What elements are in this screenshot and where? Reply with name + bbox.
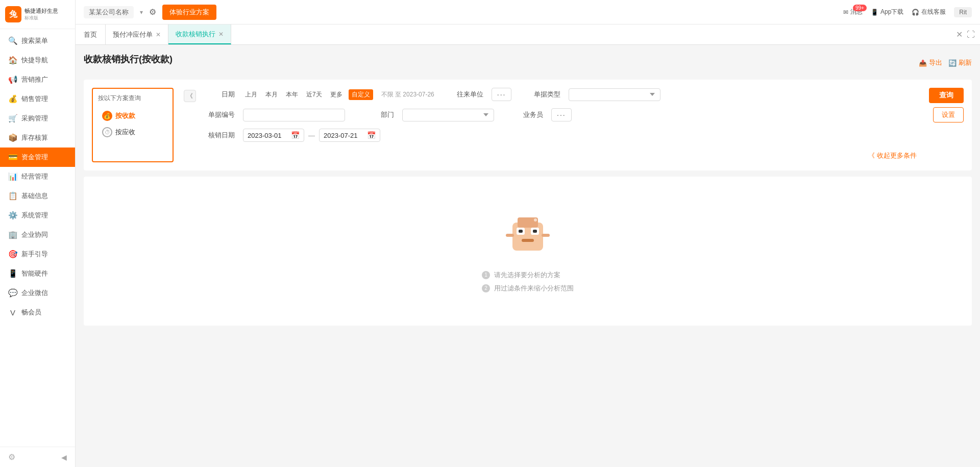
inventory-icon: 📦	[8, 133, 17, 142]
date-this-month[interactable]: 本月	[263, 89, 280, 100]
doc-type-select[interactable]	[569, 88, 660, 101]
sidebar: 兔 畅捷通好生意 标准版 🔍 搜索菜单 🏠 快捷导航 📢 营销推广 💰 销售管理…	[0, 0, 76, 467]
online-service-button[interactable]: 🎧 在线客服	[912, 8, 946, 16]
sidebar-item-label: 系统管理	[21, 211, 48, 220]
settings-icon[interactable]: ⚙	[8, 452, 15, 462]
tip-num-1: 1	[482, 271, 490, 279]
query-button[interactable]: 查询	[929, 88, 964, 103]
tab-receipt[interactable]: 收款核销执行 ✕	[168, 24, 231, 44]
empty-tips: 1 请先选择要分析的方案 2 用过滤条件来缩小分析范围	[482, 268, 574, 295]
calendar-start-icon: 📅	[291, 131, 300, 139]
sidebar-item-label: 营销推广	[21, 75, 48, 84]
doc-type-label: 单据类型	[530, 90, 560, 99]
empty-state: 1 请先选择要分析的方案 2 用过滤条件来缩小分析范围	[84, 177, 972, 326]
tab-prepay-close-icon[interactable]: ✕	[156, 31, 161, 38]
sidebar-item-purchase[interactable]: 🛒 采购管理	[0, 109, 75, 128]
verify-date-label: 核销日期	[204, 131, 235, 140]
date-last-month[interactable]: 上月	[243, 89, 259, 100]
export-button[interactable]: 📤 导出	[919, 58, 942, 67]
sidebar-item-inventory[interactable]: 📦 库存核算	[0, 128, 75, 148]
message-button[interactable]: ✉ 消息 99+	[843, 8, 863, 16]
user-avatar[interactable]: Rit	[954, 7, 972, 17]
filter-option-label: 按收款	[115, 111, 135, 120]
tab-receipt-label: 收款核销执行	[176, 30, 215, 39]
date-custom[interactable]: 自定义	[349, 89, 373, 100]
filter-option-by-receipt[interactable]: 💰 按收款	[98, 108, 167, 124]
by-receivable-icon: ⏱	[102, 127, 112, 137]
verify-date-end-input[interactable]: 2023-07-21 📅	[319, 129, 380, 142]
filter-option-label: 按应收	[115, 128, 135, 137]
sidebar-nav: 🔍 搜索菜单 🏠 快捷导航 📢 营销推广 💰 销售管理 🛒 采购管理 📦 库存核…	[0, 29, 75, 447]
date-last-7-days[interactable]: 近7天	[304, 89, 324, 100]
tab-prepay[interactable]: 预付冲应付单 ✕	[106, 24, 168, 44]
sidebar-item-basic[interactable]: 📋 基础信息	[0, 186, 75, 206]
counterpart-input[interactable]: ···	[492, 88, 512, 101]
dept-select[interactable]	[402, 109, 494, 121]
tab-spacer	[231, 24, 951, 44]
tab-home[interactable]: 首页	[76, 24, 106, 44]
sidebar-item-label: 新手引导	[21, 250, 48, 259]
date-this-year[interactable]: 本年	[284, 89, 300, 100]
export-icon: 📤	[919, 59, 927, 67]
app-name: 畅捷通好生意	[24, 7, 58, 14]
sidebar-item-wechat[interactable]: 💬 企业微信	[0, 283, 75, 303]
company-selector[interactable]: 某某公司名称	[84, 6, 134, 18]
date-label: 日期	[204, 90, 235, 99]
refresh-button[interactable]: 🔄 刷新	[948, 58, 972, 67]
collapse-more-row: 《 收起更多条件	[204, 149, 921, 162]
sidebar-item-label: 智能硬件	[21, 269, 48, 278]
sidebar-item-label: 销售管理	[21, 94, 48, 104]
sidebar-item-label: 资金管理	[21, 153, 48, 162]
doc-no-input[interactable]	[243, 109, 345, 121]
tip-text-2: 用过滤条件来缩小分析范围	[494, 282, 574, 295]
tip-text-1: 请先选择要分析的方案	[494, 268, 560, 282]
filter-collapse-toggle[interactable]: 《	[184, 90, 196, 102]
tab-close-window-icon[interactable]: ✕	[956, 30, 963, 39]
sidebar-item-hardware[interactable]: 📱 智能硬件	[0, 264, 75, 283]
date-more[interactable]: 更多	[328, 89, 345, 100]
sales-icon: 💰	[8, 94, 17, 104]
company-chevron-icon[interactable]: ▾	[140, 9, 143, 16]
tab-window-actions: ✕ ⛶	[951, 24, 980, 44]
hardware-icon: 📱	[8, 269, 17, 278]
app-download-button[interactable]: 📱 App下载	[871, 8, 903, 16]
verify-date-range: 2023-03-01 📅 — 2023-07-21 📅	[243, 129, 380, 142]
filter-row-1: 日期 上月 本月 本年 近7天 更多 自定义 不限 至 2023-07-26 往…	[204, 88, 921, 101]
settings-gear-icon[interactable]: ⚙	[149, 7, 156, 17]
filter-option-by-receivable[interactable]: ⏱ 按应收	[98, 124, 167, 140]
sidebar-item-operation[interactable]: 📊 经营管理	[0, 167, 75, 186]
sidebar-item-system[interactable]: ⚙️ 系统管理	[0, 206, 75, 225]
collapse-sidebar-icon[interactable]: ◀	[61, 453, 67, 461]
sidebar-item-label: 快捷导航	[21, 56, 48, 65]
tip-num-2: 2	[482, 284, 490, 292]
verify-date-start-input[interactable]: 2023-03-01 📅	[243, 129, 304, 142]
main-wrapper: 某某公司名称 ▾ ⚙ 体验行业方案 ✉ 消息 99+ 📱 App下载 🎧 在线客…	[76, 0, 980, 467]
solution-button[interactable]: 体验行业方案	[162, 5, 216, 20]
sidebar-item-shortcuts[interactable]: 🏠 快捷导航	[0, 51, 75, 70]
svg-point-9	[534, 218, 537, 222]
sidebar-item-label: 企业微信	[21, 288, 48, 298]
sidebar-item-guide[interactable]: 🎯 新手引导	[0, 244, 75, 264]
filter-settings-button[interactable]: 设置	[933, 107, 964, 122]
sidebar-item-label: 搜索菜单	[21, 36, 48, 45]
system-icon: ⚙️	[8, 211, 17, 220]
date-range-dash: —	[308, 132, 315, 139]
sidebar-footer: ⚙ ◀	[0, 447, 75, 467]
sidebar-item-enterprise[interactable]: 🏢 企业协同	[0, 225, 75, 244]
sidebar-item-search[interactable]: 🔍 搜索菜单	[0, 31, 75, 51]
sidebar-item-marketing[interactable]: 📢 营销推广	[0, 70, 75, 89]
finance-icon: 💳	[8, 153, 17, 162]
top-header: 某某公司名称 ▾ ⚙ 体验行业方案 ✉ 消息 99+ 📱 App下载 🎧 在线客…	[76, 0, 980, 24]
sidebar-item-member[interactable]: V 畅会员	[0, 303, 75, 322]
guide-icon: 🎯	[8, 250, 17, 259]
collapse-more-button[interactable]: 《 收起更多条件	[864, 149, 921, 162]
tab-receipt-close-icon[interactable]: ✕	[218, 31, 224, 38]
sidebar-item-label: 库存核算	[21, 133, 48, 142]
app-version: 标准版	[24, 15, 58, 21]
search-icon: 🔍	[8, 36, 17, 45]
sidebar-item-finance[interactable]: 💳 资金管理	[0, 148, 75, 167]
staff-input[interactable]: ···	[551, 108, 572, 121]
sidebar-item-label: 企业协同	[21, 230, 48, 239]
sidebar-item-sales[interactable]: 💰 销售管理	[0, 89, 75, 109]
tab-expand-icon[interactable]: ⛶	[967, 30, 975, 39]
